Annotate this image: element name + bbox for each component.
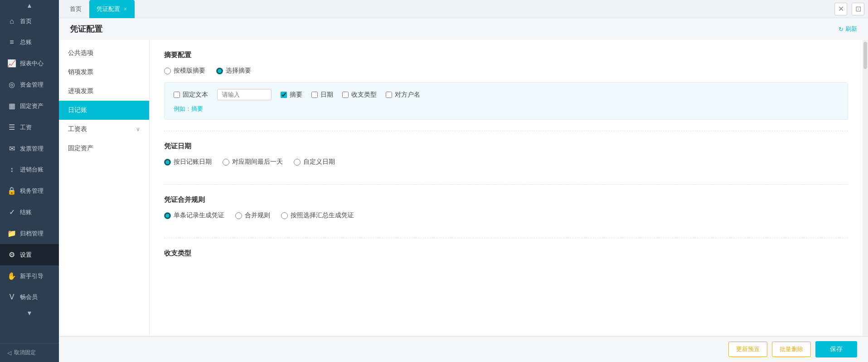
sidebar-scroll-up[interactable]: ▲ <box>0 0 59 11</box>
sidebar-item-label: 新手引导 <box>20 272 44 280</box>
check-date[interactable]: 日期 <box>311 91 333 99</box>
radio-select-input[interactable] <box>216 68 223 74</box>
guide-icon: ✋ <box>7 272 16 280</box>
expand-window-button[interactable]: ⊡ <box>852 3 864 15</box>
checkbox-date[interactable] <box>311 92 318 98</box>
radio-template-input[interactable] <box>164 68 171 74</box>
sidebar-item-settings[interactable]: ⚙ 设置 <box>0 244 59 265</box>
checkbox-summary[interactable] <box>281 92 287 98</box>
nav-item-label: 工资表 <box>68 125 87 133</box>
sidebar-item-guide[interactable]: ✋ 新手引导 <box>0 265 59 287</box>
sidebar-item-closing[interactable]: ✓ 结账 <box>0 201 59 223</box>
update-preview-button[interactable]: 更新预置 <box>728 342 767 357</box>
radio-single-record-label: 单条记录生成凭证 <box>174 211 224 220</box>
radio-last-day-input[interactable] <box>223 159 229 166</box>
tab-voucher-config[interactable]: 凭证配置 × <box>89 0 135 18</box>
radio-template-summary[interactable]: 按模版摘要 <box>164 67 205 75</box>
tab-active-label: 凭证配置 <box>97 5 120 13</box>
nav-item-label: 进项发票 <box>68 87 93 95</box>
radio-single-record-input[interactable] <box>164 212 171 219</box>
sidebar: ▲ ⌂ 首页 ≡ 总账 📈 报表中心 ◎ 资金管理 ▦ 固定资产 ☰ 工资 ✉ … <box>0 0 59 362</box>
radio-merge-rules[interactable]: 合并规则 <box>235 211 270 220</box>
purchase-sales-icon: ↕ <box>7 166 16 174</box>
check-counterpart[interactable]: 对方户名 <box>386 91 420 99</box>
save-button[interactable]: 保存 <box>815 341 857 357</box>
radio-select-label: 选择摘要 <box>226 67 251 75</box>
sidebar-item-purchase-sales[interactable]: ↕ 进销台账 <box>0 159 59 180</box>
refresh-label: 刷新 <box>845 25 857 33</box>
radio-by-journal-date-input[interactable] <box>164 159 171 166</box>
sidebar-item-vip[interactable]: V 畅会员 <box>0 287 59 308</box>
sidebar-item-label: 设置 <box>20 251 32 259</box>
batch-delete-button[interactable]: 批量删除 <box>772 342 811 357</box>
settings-icon: ⚙ <box>7 250 16 259</box>
checkbox-counterpart[interactable] <box>386 92 392 98</box>
tab-close-icon[interactable]: × <box>124 6 127 12</box>
sidebar-item-funds[interactable]: ◎ 资金管理 <box>0 74 59 95</box>
radio-last-day[interactable]: 对应期间最后一天 <box>223 158 283 166</box>
nav-item-sales-invoice[interactable]: 销项发票 <box>59 63 149 82</box>
main-area: 首页 凭证配置 × ✕ ⊡ 凭证配置 ↻ 刷新 <box>59 0 868 362</box>
nav-item-label: 日记账 <box>68 106 87 114</box>
radio-merge-rules-input[interactable] <box>235 212 242 219</box>
nav-item-journal[interactable]: 日记账 <box>59 101 149 120</box>
check-summary[interactable]: 摘要 <box>281 91 302 99</box>
tab-home[interactable]: 首页 <box>63 0 89 18</box>
sidebar-item-archive[interactable]: 📁 归档管理 <box>0 223 59 244</box>
sidebar-item-label: 归档管理 <box>20 230 44 238</box>
check-summary-label: 摘要 <box>290 91 302 99</box>
refresh-button[interactable]: ↻ 刷新 <box>839 25 857 33</box>
checkbox-income-type[interactable] <box>342 92 349 98</box>
close-window-button[interactable]: ✕ <box>834 3 847 15</box>
summary-radio-group: 按模版摘要 选择摘要 <box>164 67 848 75</box>
radio-custom-date[interactable]: 自定义日期 <box>294 158 335 166</box>
home-icon: ⌂ <box>7 17 16 25</box>
sidebar-item-payroll[interactable]: ☰ 工资 <box>0 117 59 138</box>
radio-by-journal-date[interactable]: 按日记账日期 <box>164 158 212 166</box>
radio-select-summary[interactable]: 选择摘要 <box>216 67 251 75</box>
checkbox-fixed-text[interactable] <box>174 92 180 98</box>
left-nav: 公共选项 销项发票 进项发票 日记账 工资表 ∨ 固定资产 <box>59 40 150 336</box>
scrollbar-thumb[interactable] <box>863 42 867 69</box>
check-fixed-text[interactable]: 固定文本 <box>174 91 208 99</box>
radio-custom-date-input[interactable] <box>294 159 301 166</box>
fixed-text-input[interactable] <box>217 89 272 100</box>
radio-by-selection[interactable]: 按照选择汇总生成凭证 <box>281 211 354 220</box>
merge-rules-radio-group: 单条记录生成凭证 合并规则 按照选择汇总生成凭证 <box>164 211 848 220</box>
nav-item-fixed-assets[interactable]: 固定资产 <box>59 139 149 158</box>
radio-merge-rules-label: 合并规则 <box>245 211 270 220</box>
sidebar-item-label: 税务管理 <box>20 187 44 195</box>
scrollbar-track[interactable] <box>863 40 868 336</box>
section-summary-config: 摘要配置 按模版摘要 选择摘要 <box>164 51 848 131</box>
archive-icon: 📁 <box>7 229 16 238</box>
sidebar-item-label: 畅会员 <box>20 293 38 301</box>
invoice-icon: ✉ <box>7 144 16 153</box>
tab-bar-actions: ✕ ⊡ <box>834 3 864 15</box>
sidebar-item-reports[interactable]: 📈 报表中心 <box>0 53 59 74</box>
voucher-date-title: 凭证日期 <box>164 142 848 151</box>
sidebar-item-label: 发票管理 <box>20 145 44 153</box>
sidebar-item-assets[interactable]: ▦ 固定资产 <box>0 95 59 117</box>
merge-rules-title: 凭证合并规则 <box>164 196 848 204</box>
voucher-date-radio-group: 按日记账日期 对应期间最后一天 自定义日期 <box>164 158 848 166</box>
unpin-button[interactable]: ◁ 取消固定 <box>0 343 59 362</box>
sidebar-item-ledger[interactable]: ≡ 总账 <box>0 32 59 53</box>
unpin-label: 取消固定 <box>14 349 36 357</box>
sidebar-item-home[interactable]: ⌂ 首页 <box>0 11 59 32</box>
funds-icon: ◎ <box>7 80 16 89</box>
nav-item-purchase-invoice[interactable]: 进项发票 <box>59 82 149 101</box>
radio-single-record[interactable]: 单条记录生成凭证 <box>164 211 224 220</box>
closing-icon: ✓ <box>7 208 16 216</box>
check-income-type[interactable]: 收支类型 <box>342 91 377 99</box>
nav-item-public[interactable]: 公共选项 <box>59 44 149 63</box>
sidebar-scroll-down[interactable]: ▼ <box>0 308 59 318</box>
sidebar-item-invoice-mgmt[interactable]: ✉ 发票管理 <box>0 138 59 159</box>
section-voucher-date: 凭证日期 按日记账日期 对应期间最后一天 自定义日期 <box>164 142 848 185</box>
radio-by-selection-input[interactable] <box>281 212 288 219</box>
sidebar-item-tax[interactable]: 🔒 税务管理 <box>0 180 59 201</box>
summary-config-title: 摘要配置 <box>164 51 848 59</box>
preview-text: 例如：摘要 <box>174 105 839 113</box>
nav-item-payroll-table[interactable]: 工资表 ∨ <box>59 120 149 139</box>
radio-by-journal-date-label: 按日记账日期 <box>174 158 212 166</box>
page-title: 凭证配置 <box>70 24 102 34</box>
